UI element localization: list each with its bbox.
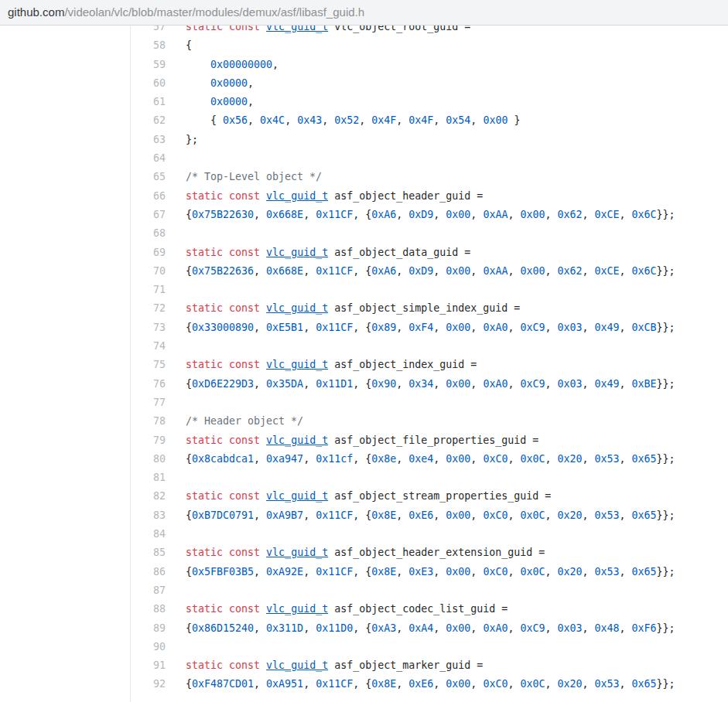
code-text: static const vlc_guid_t asf_object_heade…	[169, 187, 483, 206]
code-text: { 0x56, 0x4C, 0x43, 0x52, 0x4F, 0x4F, 0x…	[169, 111, 520, 130]
line-number-82[interactable]: 82	[131, 487, 169, 506]
line-number-89[interactable]: 89	[131, 619, 169, 638]
code-line-92: 92{0xF487CD01, 0xA951, 0x11CF, {0x8E, 0x…	[131, 675, 728, 693]
code-text: {0x75B22630, 0x668E, 0x11CF, {0xA6, 0xD9…	[169, 206, 675, 224]
line-number-67[interactable]: 67	[131, 206, 169, 224]
code-line-82: 82static const vlc_guid_t asf_object_str…	[131, 487, 728, 506]
code-line-72: 72static const vlc_guid_t asf_object_sim…	[131, 299, 728, 318]
code-line-81: 81	[131, 469, 728, 487]
line-number-78[interactable]: 78	[131, 412, 169, 431]
code-text: static const vlc_guid_t asf_object_simpl…	[169, 299, 520, 318]
line-number-85[interactable]: 85	[131, 544, 169, 562]
line-number-59[interactable]: 59	[131, 56, 169, 74]
line-number-65[interactable]: 65	[131, 168, 169, 186]
line-number-76[interactable]: 76	[131, 375, 169, 394]
line-number-61[interactable]: 61	[131, 93, 169, 111]
type-link-vlc_guid_t[interactable]: vlc_guid_t	[266, 302, 328, 314]
line-number-62[interactable]: 62	[131, 111, 169, 130]
type-link-vlc_guid_t[interactable]: vlc_guid_t	[266, 547, 328, 558]
line-number-64[interactable]: 64	[131, 149, 169, 168]
line-number-91[interactable]: 91	[131, 656, 169, 675]
code-text	[169, 281, 186, 299]
code-text: static const vlc_guid_t asf_object_data_…	[169, 244, 470, 262]
code-line-83: 83{0xB7DC0791, 0xA9B7, 0x11CF, {0x8E, 0x…	[131, 506, 728, 525]
code-line-89: 89{0x86D15240, 0x311D, 0x11D0, {0xA3, 0x…	[131, 619, 728, 638]
type-link-vlc_guid_t[interactable]: vlc_guid_t	[266, 659, 328, 671]
code-text: static const vlc_guid_t vlc_object_root_…	[169, 26, 470, 36]
line-number-80[interactable]: 80	[131, 450, 169, 469]
code-blob: 57static const vlc_guid_t vlc_object_roo…	[130, 26, 728, 702]
code-line-78: 78/* Header object */	[131, 412, 728, 431]
code-line-66: 66static const vlc_guid_t asf_object_hea…	[131, 187, 728, 206]
line-number-75[interactable]: 75	[131, 356, 169, 374]
code-text: static const vlc_guid_t asf_object_marke…	[169, 656, 483, 675]
code-line-76: 76{0xD6E229D3, 0x35DA, 0x11D1, {0x90, 0x…	[131, 375, 728, 394]
code-line-87: 87	[131, 581, 728, 600]
line-number-71[interactable]: 71	[131, 281, 169, 299]
code-text: 0x0000,	[169, 93, 254, 111]
line-number-88[interactable]: 88	[131, 600, 169, 619]
line-number-60[interactable]: 60	[131, 74, 169, 93]
code-text: {0xD6E229D3, 0x35DA, 0x11D1, {0x90, 0x34…	[169, 375, 675, 394]
code-text	[169, 638, 186, 656]
line-number-92[interactable]: 92	[131, 675, 169, 693]
type-link-vlc_guid_t[interactable]: vlc_guid_t	[266, 603, 328, 615]
line-number-87[interactable]: 87	[131, 581, 169, 600]
code-line-60: 60 0x0000,	[131, 74, 728, 93]
type-link-vlc_guid_t[interactable]: vlc_guid_t	[266, 190, 328, 202]
code-line-86: 86{0x5FBF03B5, 0xA92E, 0x11CF, {0x8E, 0x…	[131, 563, 728, 581]
line-number-81[interactable]: 81	[131, 469, 169, 487]
code-line-85: 85static const vlc_guid_t asf_object_hea…	[131, 544, 728, 562]
code-text: {0x8cabdca1, 0xa947, 0x11cf, {0x8e, 0xe4…	[169, 450, 675, 469]
line-number-58[interactable]: 58	[131, 36, 169, 55]
type-link-vlc_guid_t[interactable]: vlc_guid_t	[266, 434, 328, 446]
type-link-vlc_guid_t[interactable]: vlc_guid_t	[266, 247, 328, 258]
code-line-61: 61 0x0000,	[131, 93, 728, 111]
code-line-90: 90	[131, 638, 728, 656]
code-text: static const vlc_guid_t asf_object_file_…	[169, 431, 538, 450]
code-line-67: 67{0x75B22630, 0x668E, 0x11CF, {0xA6, 0x…	[131, 206, 728, 224]
line-number-68[interactable]: 68	[131, 224, 169, 243]
code-line-74: 74	[131, 337, 728, 356]
line-number-69[interactable]: 69	[131, 244, 169, 262]
line-number-66[interactable]: 66	[131, 187, 169, 206]
code-text	[169, 337, 186, 356]
code-lines: 57static const vlc_guid_t vlc_object_roo…	[131, 26, 728, 694]
code-line-80: 80{0x8cabdca1, 0xa947, 0x11cf, {0x8e, 0x…	[131, 450, 728, 469]
url-bar[interactable]: github.com/videolan/vlc/blob/master/modu…	[0, 0, 728, 26]
code-line-84: 84	[131, 525, 728, 544]
code-line-75: 75static const vlc_guid_t asf_object_ind…	[131, 356, 728, 374]
code-text: static const vlc_guid_t asf_object_codec…	[169, 600, 508, 619]
code-line-70: 70{0x75B22636, 0x668E, 0x11CF, {0xA6, 0x…	[131, 262, 728, 281]
code-text: {0xF487CD01, 0xA951, 0x11CF, {0x8E, 0xE6…	[169, 675, 675, 693]
code-text	[169, 469, 186, 487]
type-link-vlc_guid_t[interactable]: vlc_guid_t	[266, 26, 328, 32]
code-text: {0x5FBF03B5, 0xA92E, 0x11CF, {0x8E, 0xE3…	[169, 563, 675, 581]
type-link-vlc_guid_t[interactable]: vlc_guid_t	[266, 490, 328, 502]
line-number-70[interactable]: 70	[131, 262, 169, 281]
line-number-63[interactable]: 63	[131, 131, 169, 149]
code-text: /* Header object */	[169, 412, 303, 431]
line-number-57[interactable]: 57	[131, 26, 169, 36]
code-text: {0x86D15240, 0x311D, 0x11D0, {0xA3, 0xA4…	[169, 619, 675, 638]
code-text: 0x0000,	[169, 74, 254, 93]
line-number-77[interactable]: 77	[131, 394, 169, 412]
code-text: /* Top-Level object */	[169, 168, 322, 186]
type-link-vlc_guid_t[interactable]: vlc_guid_t	[266, 359, 328, 370]
code-line-62: 62 { 0x56, 0x4C, 0x43, 0x52, 0x4F, 0x4F,…	[131, 111, 728, 130]
code-line-59: 59 0x00000000,	[131, 56, 728, 74]
code-line-57: 57static const vlc_guid_t vlc_object_roo…	[131, 26, 728, 36]
code-line-79: 79static const vlc_guid_t asf_object_fil…	[131, 431, 728, 450]
code-text	[169, 581, 186, 600]
line-number-84[interactable]: 84	[131, 525, 169, 544]
line-number-86[interactable]: 86	[131, 563, 169, 581]
line-number-74[interactable]: 74	[131, 337, 169, 356]
line-number-72[interactable]: 72	[131, 299, 169, 318]
code-text: };	[169, 131, 198, 149]
code-line-69: 69static const vlc_guid_t asf_object_dat…	[131, 244, 728, 262]
line-number-79[interactable]: 79	[131, 431, 169, 450]
line-number-73[interactable]: 73	[131, 319, 169, 337]
code-text: {0x75B22636, 0x668E, 0x11CF, {0xA6, 0xD9…	[169, 262, 675, 281]
line-number-83[interactable]: 83	[131, 506, 169, 525]
line-number-90[interactable]: 90	[131, 638, 169, 656]
